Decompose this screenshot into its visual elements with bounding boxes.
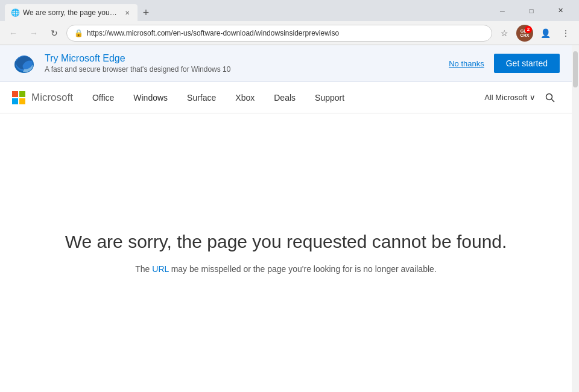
- edge-promo-subtitle: A fast and secure browser that's designe…: [45, 65, 440, 74]
- address-bar: ← → ↻ 🔒 https://www.microsoft.com/en-us/…: [0, 21, 579, 45]
- ms-logo-grid: [12, 91, 25, 104]
- new-tab-button[interactable]: +: [138, 4, 154, 21]
- back-button[interactable]: ←: [5, 25, 22, 42]
- microsoft-logo[interactable]: Microsoft: [12, 91, 73, 104]
- nav-item-deals[interactable]: Deals: [264, 82, 305, 113]
- nav-item-office[interactable]: Office: [83, 82, 124, 113]
- error-heading: We are sorry, the page you requested can…: [65, 232, 507, 252]
- logo-yellow: [19, 98, 25, 104]
- error-content: We are sorry, the page you requested can…: [0, 113, 572, 392]
- nav-item-windows[interactable]: Windows: [124, 82, 177, 113]
- close-button[interactable]: ✕: [546, 0, 574, 21]
- error-subtext-suffix: may be misspelled or the page you're loo…: [169, 264, 437, 274]
- main-area: Try Microsoft Edge A fast and secure bro…: [0, 45, 572, 392]
- extension-count: 2: [525, 26, 532, 33]
- no-thanks-button[interactable]: No thanks: [449, 59, 484, 68]
- error-subtext: The URL may be misspelled or the page yo…: [135, 264, 436, 274]
- chevron-down-icon: ∨: [530, 93, 536, 102]
- forward-button[interactable]: →: [25, 25, 42, 42]
- profile-button[interactable]: 👤: [537, 25, 554, 42]
- microsoft-nav: Microsoft Office Windows Surface Xbox De…: [0, 82, 572, 113]
- logo-blue: [12, 98, 18, 104]
- ms-nav-right: All Microsoft ∨: [484, 88, 560, 107]
- browser-window: 🌐 We are sorry, the page you requ... ✕ +…: [0, 0, 579, 392]
- edge-promo-banner: Try Microsoft Edge A fast and secure bro…: [0, 45, 572, 82]
- logo-green: [19, 91, 25, 97]
- url-bar[interactable]: 🔒 https://www.microsoft.com/en-us/softwa…: [66, 25, 492, 42]
- svg-point-2: [546, 93, 552, 100]
- nav-item-support[interactable]: Support: [305, 82, 354, 113]
- search-icon: [545, 93, 555, 103]
- logo-red: [12, 91, 18, 97]
- tab-favicon: 🌐: [11, 8, 19, 17]
- active-tab[interactable]: 🌐 We are sorry, the page you requ... ✕: [5, 4, 138, 21]
- search-button[interactable]: [540, 88, 560, 107]
- bookmark-button[interactable]: ☆: [496, 25, 513, 42]
- tab-close-button[interactable]: ✕: [123, 8, 131, 17]
- microsoft-logo-text: Microsoft: [31, 92, 73, 104]
- minimize-button[interactable]: ─: [489, 0, 516, 21]
- error-url-word: URL: [152, 264, 169, 274]
- edge-promo-text: Try Microsoft Edge A fast and secure bro…: [45, 53, 440, 74]
- error-subtext-prefix: The: [135, 264, 152, 274]
- nav-item-surface[interactable]: Surface: [177, 82, 226, 113]
- get-started-button[interactable]: Get started: [494, 54, 560, 73]
- window-controls: ─ □ ✕: [489, 0, 574, 21]
- scrollbar-thumb[interactable]: [573, 51, 578, 87]
- tab-title: We are sorry, the page you requ...: [23, 8, 117, 17]
- lock-icon: 🔒: [74, 29, 83, 37]
- scrollbar-track[interactable]: [572, 45, 579, 392]
- tab-area: 🌐 We are sorry, the page you requ... ✕ +: [5, 0, 486, 21]
- edge-promo-title: Try Microsoft Edge: [45, 53, 440, 64]
- all-ms-text: All Microsoft: [484, 93, 527, 102]
- title-bar: 🌐 We are sorry, the page you requ... ✕ +…: [0, 0, 579, 21]
- page-content: Try Microsoft Edge A fast and secure bro…: [0, 45, 579, 392]
- url-text: https://www.microsoft.com/en-us/software…: [87, 29, 484, 37]
- edge-logo-icon: [12, 51, 36, 75]
- nav-item-xbox[interactable]: Xbox: [226, 82, 264, 113]
- refresh-button[interactable]: ↻: [46, 25, 63, 42]
- all-microsoft-button[interactable]: All Microsoft ∨: [484, 93, 536, 102]
- extension-button[interactable]: GET CRX 2: [516, 25, 533, 42]
- ms-nav-items: Office Windows Surface Xbox Deals Suppor…: [83, 82, 484, 113]
- svg-line-3: [552, 99, 555, 102]
- banner-actions: No thanks Get started: [449, 54, 560, 73]
- menu-button[interactable]: ⋮: [557, 25, 574, 42]
- maximize-button[interactable]: □: [517, 0, 545, 21]
